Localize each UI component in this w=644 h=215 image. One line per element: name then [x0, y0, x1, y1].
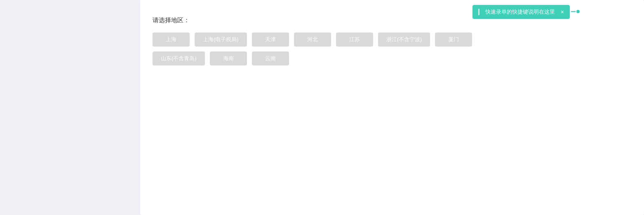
tooltip-text: 快速录单的快捷键说明在这里 — [485, 8, 555, 16]
region-button[interactable]: 河北 — [294, 33, 331, 47]
region-button[interactable]: 云南 — [252, 51, 289, 65]
region-button[interactable]: 上海(电子税局) — [195, 33, 247, 47]
tooltip-dot — [576, 9, 581, 14]
tooltip-bar — [478, 9, 479, 15]
region-button[interactable]: 天津 — [252, 33, 289, 47]
region-buttons-row-2: 山东(不含青岛)海南云南 — [153, 51, 632, 65]
close-icon[interactable]: × — [561, 9, 564, 15]
tooltip-banner: 快速录单的快捷键说明在这里 × — [472, 5, 570, 19]
region-button[interactable]: 厦门 — [435, 33, 472, 47]
sidebar — [0, 0, 140, 215]
region-button[interactable]: 山东(不含青岛) — [153, 51, 205, 65]
region-button[interactable]: 江苏 — [336, 33, 373, 47]
region-button[interactable]: 上海 — [153, 33, 190, 47]
region-button[interactable]: 海南 — [210, 51, 247, 65]
region-button[interactable]: 浙江(不含宁波) — [378, 33, 430, 47]
main-content: 快速录单的快捷键说明在这里 × 请选择地区： 上海上海(电子税局)天津河北江苏浙… — [140, 0, 644, 215]
region-buttons-row-1: 上海上海(电子税局)天津河北江苏浙江(不含宁波)厦门 — [153, 33, 632, 47]
